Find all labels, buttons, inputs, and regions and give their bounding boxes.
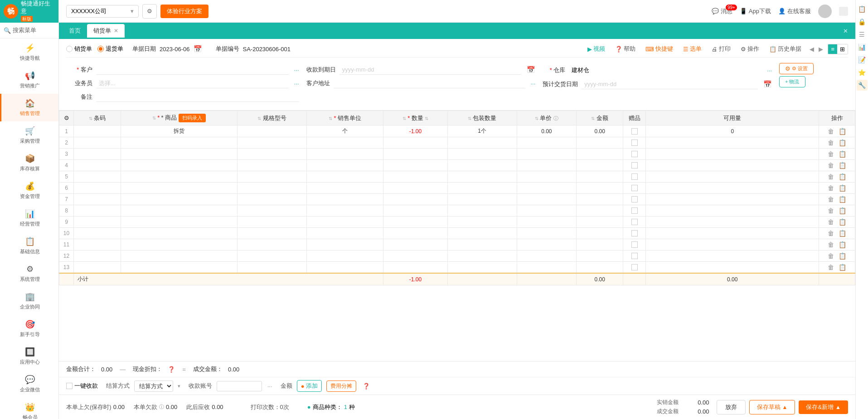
right-panel-icon-5[interactable]: 📝: [857, 54, 868, 65]
toolbar-help-btn[interactable]: ❓ 帮助: [611, 43, 639, 54]
account-expand-icon[interactable]: ···: [267, 383, 272, 390]
row-copy-icon[interactable]: 📋: [837, 173, 848, 180]
expected-calendar-icon[interactable]: 📅: [763, 80, 772, 88]
goods-type-link[interactable]: 1: [344, 404, 347, 410]
toolbar-video-btn[interactable]: ▶ 视频: [584, 43, 609, 54]
toolbar-shortcut-btn[interactable]: ⌨ 快捷键: [642, 43, 677, 54]
sidebar-item-member[interactable]: 👑 畅会员: [0, 398, 58, 419]
sidebar-item-marketing[interactable]: 📢 营销推广: [0, 66, 58, 94]
row-copy-icon[interactable]: 📋: [837, 241, 848, 248]
setup-button[interactable]: ⚙ ⚙ 设置: [779, 63, 814, 74]
sidebar-item-purchase[interactable]: 🛒 采购管理: [0, 121, 58, 149]
row-delete-icon[interactable]: 🗑: [826, 128, 835, 135]
right-panel-icon-6[interactable]: ⭐: [857, 67, 868, 78]
row-delete-icon[interactable]: 🗑: [826, 264, 835, 271]
row-delete-icon[interactable]: 🗑: [826, 184, 835, 192]
addr-expand-icon[interactable]: ···: [531, 80, 536, 87]
row-delete-icon[interactable]: 🗑: [826, 218, 835, 226]
payment-due-input[interactable]: [339, 65, 522, 75]
one-click-checkbox[interactable]: [66, 383, 73, 389]
right-panel-icon-2[interactable]: 🔒: [857, 16, 868, 27]
trial-button[interactable]: 体验行业方案: [160, 5, 209, 18]
fee-split-button[interactable]: 费用分摊: [326, 380, 356, 392]
radio-return-order[interactable]: 退货单: [97, 45, 123, 53]
row-delete-icon[interactable]: 🗑: [826, 241, 835, 248]
salesperson-input[interactable]: [96, 78, 289, 88]
toolbar-history-btn[interactable]: 📋 历史单据: [766, 43, 805, 54]
fee-info-icon[interactable]: ❓: [363, 383, 370, 390]
view-grid-btn[interactable]: ⊞: [837, 44, 848, 54]
message-button[interactable]: 💬 消息 99+: [712, 7, 732, 15]
next-arrow-icon[interactable]: ▶: [817, 45, 825, 53]
logistics-button[interactable]: + 物流: [779, 76, 805, 87]
sidebar-item-finance[interactable]: 💰 资金管理: [0, 177, 58, 204]
customer-addr-input[interactable]: [334, 78, 525, 88]
tab-close-icon[interactable]: ✕: [114, 28, 118, 34]
prev-arrow-icon[interactable]: ◀: [808, 45, 816, 53]
sidebar-item-wechat[interactable]: 💬 企业微信: [0, 370, 58, 398]
toolbar-print-btn[interactable]: 🖨 打印: [708, 43, 734, 54]
row-copy-icon[interactable]: 📋: [837, 230, 848, 237]
row-copy-icon[interactable]: 📋: [837, 264, 848, 271]
row-delete-icon[interactable]: 🗑: [826, 196, 835, 203]
row-copy-icon[interactable]: 📋: [837, 128, 848, 135]
user-avatar[interactable]: [818, 5, 832, 18]
company-selector[interactable]: XXXXXX公司 ▾: [66, 5, 139, 18]
row-copy-icon[interactable]: 📋: [837, 139, 848, 146]
right-panel-icon-3[interactable]: ☰: [857, 29, 868, 40]
calc-method-expand-icon[interactable]: ▾: [178, 383, 180, 389]
abandon-button[interactable]: 放弃: [717, 400, 746, 414]
sidebar-item-guide[interactable]: 🎯 新手引导: [0, 315, 58, 342]
warehouse-expand-icon[interactable]: ···: [767, 67, 772, 74]
row-copy-icon[interactable]: 📋: [837, 162, 848, 169]
view-list-btn[interactable]: ≡: [828, 44, 837, 54]
header-gear-button[interactable]: ⚙: [142, 4, 157, 19]
row-delete-icon[interactable]: 🗑: [826, 252, 835, 260]
table-wrapper[interactable]: ⚙ ⇅ 条码 ⇅ * * 商品 扫码录入: [59, 111, 855, 361]
sidebar-search[interactable]: 🔍 搜索菜单: [0, 23, 58, 39]
right-panel-icon-7[interactable]: 🔧: [857, 80, 868, 91]
save-new-button[interactable]: 保存&新增 ▲: [799, 400, 848, 414]
row-delete-icon[interactable]: 🗑: [826, 173, 835, 180]
payment-calendar-icon[interactable]: 📅: [527, 66, 535, 74]
add-payment-button[interactable]: ● 添加: [297, 380, 322, 392]
tab-sales-order[interactable]: 销货单 ✕: [87, 24, 125, 38]
sidebar-item-apps[interactable]: 🔲 应用中心: [0, 342, 58, 370]
sidebar-item-operation[interactable]: 📊 经营管理: [0, 204, 58, 232]
row-copy-icon[interactable]: 📋: [837, 252, 848, 260]
row-delete-icon[interactable]: 🗑: [826, 207, 835, 214]
row-copy-icon[interactable]: 📋: [837, 184, 848, 192]
table-gear-icon[interactable]: ⚙: [64, 115, 69, 121]
online-service-button[interactable]: 👤 在线客服: [778, 7, 811, 15]
one-click-pay[interactable]: 一键收款: [66, 382, 98, 390]
customer-expand-icon[interactable]: ···: [294, 67, 299, 73]
right-panel-icon-4[interactable]: 📊: [857, 42, 868, 53]
row-delete-icon[interactable]: 🗑: [826, 162, 835, 169]
sidebar-item-inventory[interactable]: 📦 库存核算: [0, 149, 58, 177]
scan-button[interactable]: 扫码录入: [179, 114, 206, 122]
discount-info-icon[interactable]: ❓: [168, 366, 175, 373]
sidebar-item-sales[interactable]: 🏠 销售管理: [0, 94, 58, 121]
note-input[interactable]: [96, 92, 299, 102]
sidebar-item-basic[interactable]: 📋 基础信息: [0, 232, 58, 260]
right-panel-icon-1[interactable]: 📋: [857, 4, 868, 14]
row-copy-icon[interactable]: 📋: [837, 150, 848, 158]
tab-home[interactable]: 首页: [63, 24, 87, 38]
date-calendar-icon[interactable]: 📅: [194, 45, 202, 53]
row-delete-icon[interactable]: 🗑: [826, 150, 835, 158]
save-draft-button[interactable]: 保存草稿 ▲: [749, 400, 795, 414]
toolbar-operation-btn[interactable]: ⚙ 操作: [737, 43, 763, 54]
app-download-button[interactable]: 📱 App下载: [740, 7, 771, 15]
row-delete-icon[interactable]: 🗑: [826, 139, 835, 146]
account-input[interactable]: [217, 381, 262, 391]
row-delete-icon[interactable]: 🗑: [826, 230, 835, 237]
row-copy-icon[interactable]: 📋: [837, 207, 848, 214]
sidebar-item-enterprise[interactable]: 🏢 企业协同: [0, 287, 58, 315]
salesperson-expand-icon[interactable]: ···: [294, 80, 299, 87]
sidebar-item-system[interactable]: ⚙ 系统管理: [0, 260, 58, 287]
tab-close-all[interactable]: ✕: [843, 28, 852, 34]
customer-input[interactable]: [96, 65, 289, 75]
row-copy-icon[interactable]: 📋: [837, 218, 848, 226]
toolbar-select-btn[interactable]: ☰ 选单: [679, 43, 705, 54]
radio-sales-order[interactable]: 销货单: [66, 45, 92, 53]
